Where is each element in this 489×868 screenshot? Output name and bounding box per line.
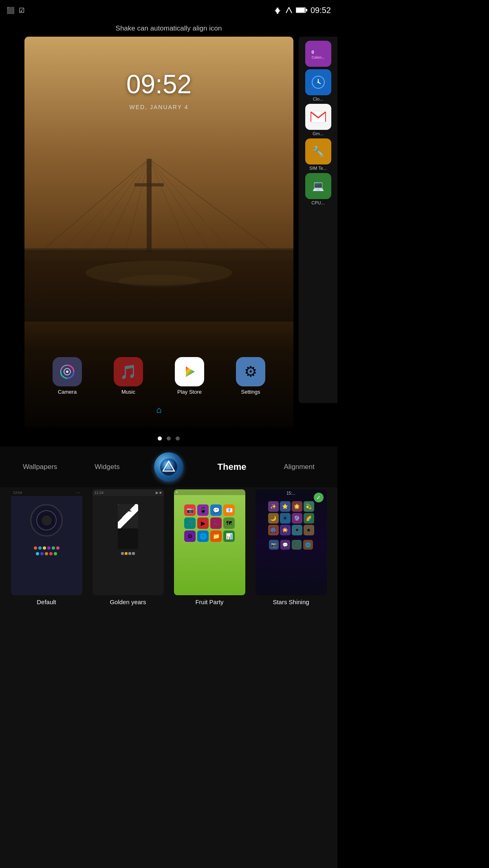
theme-fruit-label: Fruit Party [195, 598, 223, 605]
settings-icon-box: ⚙ [236, 357, 265, 386]
sim-icon: 🔧 [305, 138, 331, 164]
theme-button[interactable]: Theme [214, 458, 250, 476]
app-icons-row: Camera 🎵 Music [24, 357, 293, 395]
svg-rect-33 [311, 111, 326, 123]
svg-line-14 [65, 159, 149, 248]
right-app-clock[interactable]: Clo... [301, 69, 335, 101]
svg-marker-28 [186, 366, 195, 377]
app-icon-music[interactable]: 🎵 Music [114, 357, 143, 395]
app-icon-playstore[interactable]: Play Store [175, 357, 204, 395]
selected-checkmark: ✓ [314, 493, 324, 502]
page-dot-2[interactable] [167, 436, 171, 441]
svg-rect-22 [24, 250, 293, 261]
svg-rect-11 [147, 159, 152, 252]
right-app-cpu[interactable]: 💻 CPU... [301, 173, 335, 205]
theme-grid: 13:04 --- [4, 485, 333, 609]
svg-line-21 [149, 159, 269, 248]
clock-icon [305, 69, 331, 95]
page-indicator [0, 436, 337, 441]
cpu-icon: 💻 [305, 173, 331, 199]
theme-golden-label: Golden years [110, 598, 146, 605]
wallpapers-button[interactable]: Wallpapers [20, 460, 60, 474]
right-app-calendar[interactable]: 0Calen... [301, 41, 335, 67]
status-bar-right: 09:52 [273, 6, 331, 15]
status-bar: ⬛ ☑ 09:52 [0, 0, 337, 20]
battery-icon [296, 7, 307, 13]
svg-line-19 [149, 159, 208, 248]
calendar-icon: 0Calen... [305, 41, 331, 67]
svg-rect-8 [306, 9, 307, 11]
svg-line-13 [45, 159, 149, 248]
playstore-label: Play Store [177, 389, 202, 395]
svg-point-32 [317, 81, 319, 83]
home-indicator: ⌂ [24, 405, 293, 415]
svg-line-4 [289, 7, 292, 13]
theme-default-preview: 13:04 --- [11, 489, 82, 595]
screen-icon: ⬛ [7, 7, 15, 14]
svg-line-20 [149, 159, 228, 248]
theme-golden-preview: 11:24 ▶ ■ [93, 489, 164, 595]
phone-date: WED, JANUARY 4 [24, 104, 293, 110]
theme-stars-shining[interactable]: ✓ 15:... ✨ ⭐ 🌟 💫 🌙 ☀ 🔮 🌈 🎆 🎇 [253, 489, 329, 605]
phone-clock: 09:52 [24, 69, 293, 99]
app-icon-settings[interactable]: ⚙ Settings [236, 357, 265, 395]
phone-preview: 09:52 WED, JANUARY 4 Camera [24, 37, 293, 427]
svg-line-18 [149, 159, 187, 248]
status-bar-left: ⬛ ☑ [7, 7, 24, 14]
badge-icon: ☑ [19, 7, 24, 14]
gmail-icon [305, 104, 331, 130]
app-icon-camera[interactable]: Camera [53, 357, 82, 395]
theme-default[interactable]: 13:04 --- [8, 489, 85, 605]
widgets-button[interactable]: Widgets [91, 460, 123, 474]
svg-point-27 [66, 370, 68, 373]
status-time: 09:52 [311, 6, 331, 15]
svg-rect-12 [134, 183, 164, 186]
home-icon: ⌂ [156, 405, 161, 415]
settings-label: Settings [241, 389, 260, 395]
theme-stars-label: Stars Shining [273, 598, 309, 605]
theme-section: 13:04 --- [0, 477, 337, 868]
right-app-gmail[interactable]: Gm... [301, 104, 335, 136]
svg-line-15 [86, 159, 149, 248]
theme-fruit-party[interactable]: × 📷 📱 💬 📧 🎵 ▶ 📞 🗺 ⚙ 🌐 📁 [171, 489, 248, 605]
gmail-label: Gm... [313, 131, 324, 136]
svg-point-3 [277, 13, 278, 14]
right-panel: 0Calen... Clo... Gm... 🔧 SIM [299, 37, 337, 403]
camera-icon-box [53, 357, 82, 386]
right-app-sim[interactable]: 🔧 SIM Te... [301, 138, 335, 171]
theme-fruit-preview: × 📷 📱 💬 📧 🎵 ▶ 📞 🗺 ⚙ 🌐 📁 [174, 489, 245, 595]
svg-rect-7 [296, 8, 305, 12]
svg-line-17 [126, 159, 149, 248]
music-label: Music [121, 389, 135, 395]
camera-label: Camera [58, 389, 77, 395]
theme-golden-years[interactable]: 11:24 ▶ ■ [90, 489, 166, 605]
shake-hint: Shake can automatically align icon [0, 24, 337, 33]
page-dot-1[interactable] [158, 436, 162, 441]
wifi-icon [273, 7, 282, 14]
alignment-button[interactable]: Alignment [280, 460, 318, 474]
bridge-illustration [24, 118, 293, 322]
svg-point-24 [118, 275, 200, 287]
svg-line-5 [286, 7, 289, 13]
cpu-label: CPU... [311, 200, 324, 205]
svg-line-16 [106, 159, 149, 248]
phone-background: 09:52 WED, JANUARY 4 Camera [24, 37, 293, 427]
sim-label: SIM Te... [309, 166, 327, 171]
launcher-logo[interactable] [154, 452, 183, 482]
toolbar: Wallpapers Widgets Theme Alignment [0, 447, 337, 487]
playstore-icon-box [175, 357, 204, 386]
page-dot-3[interactable] [176, 436, 180, 441]
music-icon-box: 🎵 [114, 357, 143, 386]
theme-stars-preview: ✓ 15:... ✨ ⭐ 🌟 💫 🌙 ☀ 🔮 🌈 🎆 🎇 [256, 489, 327, 595]
signal-icon [285, 7, 293, 14]
clock-label: Clo... [313, 96, 324, 101]
theme-default-label: Default [37, 598, 56, 605]
